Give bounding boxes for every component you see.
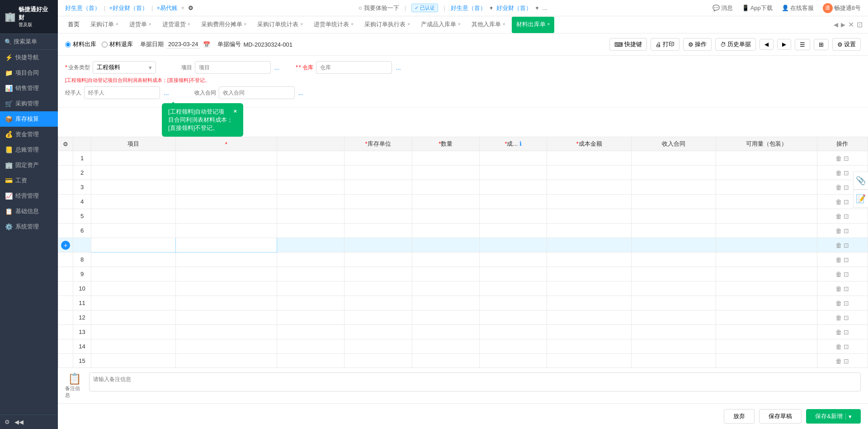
radio-material-out[interactable]: 材料出库: [65, 40, 96, 48]
app-download-btn[interactable]: 📱 App下载: [742, 4, 773, 12]
prev-doc-btn[interactable]: ◀: [760, 39, 774, 50]
tab-purchase-order[interactable]: 采购订单 ×: [86, 17, 123, 33]
copy-row-btn[interactable]: ⊡: [844, 285, 849, 292]
row-available-cell[interactable]: [716, 151, 817, 166]
warehouse-dots-btn[interactable]: ...: [396, 64, 401, 71]
copy-row-btn[interactable]: ⊡: [844, 343, 849, 350]
copy-row-btn[interactable]: ⊡: [844, 242, 849, 249]
sidebar-item-base[interactable]: 📋 基础信息: [0, 204, 58, 219]
right-panel-btn-2[interactable]: 📝: [853, 190, 868, 208]
th-settings[interactable]: ⚙: [58, 137, 73, 151]
delete-row-btn[interactable]: 🗑: [835, 271, 842, 278]
tab-incoming-close[interactable]: ×: [149, 22, 151, 27]
tab-other-in-close[interactable]: ×: [503, 22, 505, 27]
operations-btn[interactable]: ⚙ 操作: [683, 38, 712, 51]
sidebar-item-quicknav[interactable]: ⚡ 快捷导航: [0, 50, 58, 65]
business-type-select[interactable]: 工程领料 ▾: [93, 61, 156, 74]
settings-bottom-icon[interactable]: ⚙: [5, 419, 10, 425]
good-business-link[interactable]: 好生意（首）: [65, 4, 100, 12]
tooltip-close-btn[interactable]: ×: [233, 108, 237, 114]
copy-row-btn[interactable]: ⊡: [844, 169, 849, 176]
tab-material-out[interactable]: 材料出库单 ×: [512, 17, 555, 33]
collapse-icon[interactable]: ◀◀: [14, 419, 24, 425]
copy-row-btn[interactable]: ⊡: [844, 213, 849, 220]
delete-row-btn[interactable]: 🗑: [835, 242, 842, 249]
experience-link[interactable]: ○ 我要体验一下: [359, 4, 399, 12]
tab-product-in[interactable]: 产成品入库单 ×: [416, 17, 465, 33]
sidebar-search-menu[interactable]: 🔍 搜索菜单: [0, 34, 58, 50]
sidebar-item-accounting[interactable]: 📒 总账管理: [0, 142, 58, 157]
tab-incoming-stats[interactable]: 进货单统计表 ×: [309, 17, 358, 33]
copy-row-btn[interactable]: ⊡: [844, 155, 849, 162]
row-unit-cell[interactable]: [344, 151, 412, 166]
tab-purchase-order-close[interactable]: ×: [116, 22, 118, 27]
add-row-btn[interactable]: +: [61, 241, 70, 250]
delete-row-btn[interactable]: 🗑: [835, 227, 842, 234]
column-settings-icon[interactable]: ⚙: [63, 141, 68, 148]
sidebar-item-assets[interactable]: 🏢 固定资产: [0, 157, 58, 173]
delete-row-btn[interactable]: 🗑: [835, 155, 842, 162]
sidebar-item-finance[interactable]: 💰 资金管理: [0, 127, 58, 142]
card-view-btn[interactable]: ⊞: [814, 39, 829, 50]
delete-row-btn[interactable]: 🗑: [835, 184, 842, 191]
delete-row-btn[interactable]: 🗑: [835, 329, 842, 336]
right-panel-btn-1[interactable]: 📎: [853, 172, 868, 190]
tab-purchase-exec-close[interactable]: ×: [407, 22, 410, 27]
save-new-btn[interactable]: 保存&新增 ▾: [806, 409, 861, 424]
next-doc-btn[interactable]: ▶: [777, 39, 791, 50]
tab-purchase-fee-close[interactable]: ×: [244, 22, 247, 27]
discard-btn[interactable]: 放弃: [724, 409, 755, 424]
copy-row-btn[interactable]: ⊡: [844, 300, 849, 307]
user-avatar-btn[interactable]: 通 畅捷通8号: [823, 3, 861, 13]
save-new-dropdown-icon[interactable]: ▾: [845, 413, 852, 420]
row-spec-cell[interactable]: [277, 151, 344, 166]
window-expand-btn[interactable]: ⊡: [857, 20, 863, 29]
row-cost-cell[interactable]: [479, 151, 547, 166]
window-close-btn[interactable]: ✕: [848, 20, 854, 29]
warehouse-input[interactable]: [316, 61, 392, 74]
copy-row-btn[interactable]: ⊡: [844, 184, 849, 191]
delete-row-btn[interactable]: 🗑: [835, 358, 842, 365]
cost-info-icon[interactable]: ℹ: [519, 140, 522, 147]
tab-nav-next[interactable]: ▶: [841, 21, 845, 28]
row-project-cell[interactable]: [91, 151, 176, 166]
copy-row-btn[interactable]: ⊡: [844, 314, 849, 321]
good-finance-2[interactable]: 好业财（首）: [496, 4, 532, 12]
save-draft-btn[interactable]: 保存草稿: [759, 409, 802, 424]
sidebar-item-project[interactable]: 📁 项目合同: [0, 65, 58, 81]
tab-incoming[interactable]: 进货单 ×: [125, 17, 156, 33]
copy-row-btn[interactable]: ⊡: [844, 271, 849, 278]
project-dots-btn[interactable]: ...: [274, 64, 280, 71]
row-material-cell[interactable]: [175, 151, 277, 166]
copy-row-btn[interactable]: ⊡: [844, 329, 849, 336]
good-finance-link[interactable]: +好业财（首）: [109, 4, 148, 12]
delete-row-btn[interactable]: 🗑: [835, 343, 842, 350]
copy-row-btn[interactable]: ⊡: [844, 358, 849, 365]
calendar-icon[interactable]: 📅: [203, 41, 210, 48]
row-income-cell[interactable]: [632, 151, 716, 166]
row-cost-amount-cell[interactable]: [547, 151, 632, 166]
tab-material-out-close[interactable]: ×: [547, 22, 550, 27]
good-business-2[interactable]: 好生意（首）: [451, 4, 486, 12]
easy-agent-link[interactable]: +易代账: [156, 4, 178, 12]
sidebar-item-ops[interactable]: 📈 经营管理: [0, 188, 58, 204]
tab-purchase-stats-close[interactable]: ×: [300, 22, 303, 27]
page-settings-btn[interactable]: ⚙ 设置: [832, 38, 861, 51]
tab-purchase-exec[interactable]: 采购订单执行表 ×: [360, 17, 415, 33]
delete-row-btn[interactable]: 🗑: [835, 213, 842, 220]
delete-row-btn[interactable]: 🗑: [835, 169, 842, 176]
delete-row-btn[interactable]: 🗑: [835, 198, 842, 205]
copy-row-btn[interactable]: ⊡: [844, 256, 849, 263]
handler-dots-btn[interactable]: ...: [164, 89, 169, 96]
table-view-btn[interactable]: ☰: [795, 39, 810, 50]
income-contract-dots-btn[interactable]: ...: [298, 89, 304, 96]
project-input[interactable]: [195, 61, 271, 74]
tab-purchase-stats[interactable]: 采购订单统计表 ×: [253, 17, 307, 33]
more-apps-link[interactable]: ...: [542, 5, 547, 11]
delete-row-btn[interactable]: 🗑: [835, 314, 842, 321]
delete-row-btn[interactable]: 🗑: [835, 285, 842, 292]
tab-purchase-fee[interactable]: 采购费用分摊单 ×: [197, 17, 251, 33]
print-btn[interactable]: 🖨 打印: [651, 38, 679, 51]
doc-date-value[interactable]: 2023-03-24: [166, 40, 200, 48]
online-service-btn[interactable]: 👤 在线客服: [782, 4, 814, 12]
